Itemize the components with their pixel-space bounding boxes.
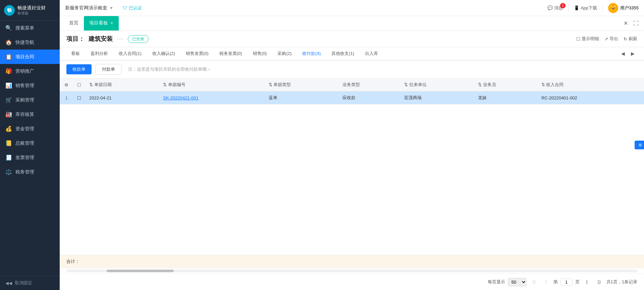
payment-btn[interactable]: 付款单 — [96, 64, 121, 75]
col-partner[interactable]: ⇅ 往来单位 — [400, 78, 474, 91]
sub-tab-inout[interactable]: 出入库 — [360, 47, 383, 61]
cell-date: 2022-04-21 — [85, 91, 159, 104]
sub-tab-profit[interactable]: 盈利分析 — [86, 47, 113, 61]
col-contract[interactable]: ⇅ 收入合同 — [537, 78, 644, 91]
sidebar-item-shortcut[interactable]: 🏠 快捷导航 — [0, 35, 60, 50]
col-date[interactable]: ⇅ 单据日期 — [85, 78, 159, 91]
col-code[interactable]: ⇅ 单据编号 — [159, 78, 265, 91]
tab-home[interactable]: 首页 — [64, 16, 84, 30]
sub-tab-income-contract[interactable]: 收入合同(1) — [114, 47, 146, 61]
app-download-button[interactable]: 📱 App下载 — [574, 5, 597, 11]
sub-tab-purchase[interactable]: 采购(2) — [273, 47, 296, 61]
export-button[interactable]: ↗ 导出 — [604, 36, 618, 42]
sidebar-item-project[interactable]: 📋 项目合同 — [0, 50, 60, 64]
page-prev-button[interactable]: ⟨ — [541, 277, 551, 287]
phone-icon: 📱 — [574, 5, 579, 10]
per-page-label: 每页显示 — [488, 279, 505, 285]
logo-icon: 畅 — [7, 7, 12, 13]
certified-badge: 🛡 已认证 — [123, 5, 142, 11]
messages-button[interactable]: 💬 消息 1 — [547, 5, 563, 11]
doc-link[interactable]: SK-20220421-001 — [163, 95, 199, 100]
cell-contract: RC-20220401-002 — [537, 91, 644, 104]
col-type[interactable]: ⇅ 单据类型 — [265, 78, 338, 91]
col-checkbox[interactable]: ☐ — [73, 78, 85, 91]
marketing-icon: 🎁 — [5, 68, 12, 74]
unpin-label: 取消固定 — [15, 280, 32, 286]
project-label: 项目： — [66, 35, 85, 43]
sidebar-item-sales[interactable]: 📊 销售管理 — [0, 78, 60, 93]
refresh-button[interactable]: ↻ 刷新 — [624, 36, 637, 42]
show-detail-checkbox[interactable]: ☐ 显示明细 — [576, 36, 599, 42]
per-page-select[interactable]: 50 100 200 — [508, 278, 527, 286]
more-options-icon[interactable]: ··· — [117, 35, 124, 43]
export-icon: ↗ — [604, 37, 608, 42]
cell-code[interactable]: SK-20220421-001 — [159, 91, 265, 104]
sidebar-item-marketing[interactable]: 🎁 营销推广 — [0, 64, 60, 78]
sub-tab-payment[interactable]: 收付款(4) — [298, 47, 325, 61]
sidebar-item-label-marketing: 营销推广 — [15, 68, 34, 74]
tab-maximize-button[interactable]: ⛶ — [632, 19, 640, 28]
sidebar-header: 畅 畅捷通好业财 标准版 — [0, 0, 60, 21]
sidebar-item-label-purchase: 采购管理 — [15, 97, 34, 103]
sub-tab-prev-icon[interactable]: ◀ — [619, 49, 628, 58]
page-next-button[interactable]: ⟩ — [582, 277, 592, 287]
sidebar-footer[interactable]: ◀◀ 取消固定 — [0, 276, 60, 290]
sidebar-item-search[interactable]: 🔍 搜索菜单 — [0, 21, 60, 35]
sub-tab-kanban[interactable]: 看板 — [66, 47, 85, 61]
scrollbar-thumb[interactable] — [107, 270, 174, 272]
table-row[interactable]: 1 ☐ 2022-04-21 SK-20220421-001 蓝单 应收款 宏茂… — [60, 91, 644, 104]
row-checkbox[interactable]: ☐ — [73, 91, 85, 104]
account-selector[interactable]: 新服务官网演示账套 ▼ — [65, 5, 113, 11]
sub-tab-next-icon[interactable]: ▶ — [628, 49, 637, 58]
tab-project-board-label: 项目看板 — [89, 20, 108, 26]
col-salesman[interactable]: ⇅ 业务员 — [474, 78, 537, 91]
sidebar-item-ledger[interactable]: 📒 总账管理 — [0, 136, 60, 150]
user-menu[interactable]: 🐱 用户3355 — [608, 3, 639, 13]
sidebar-item-tax[interactable]: ⚖️ 税务管理 — [0, 165, 60, 179]
topbar: 新服务官网演示账套 ▼ 🛡 已认证 💬 消息 1 📱 App下载 🐱 用户335… — [60, 0, 644, 16]
page-last-button[interactable]: ⟩⟩ — [594, 277, 604, 287]
sub-tab-tax-invoice[interactable]: 税务发票(0) — [215, 47, 247, 61]
sidebar-item-finance[interactable]: 💰 资金管理 — [0, 122, 60, 136]
sales-icon: 📊 — [5, 82, 12, 89]
col-settings[interactable]: ⚙ — [60, 78, 73, 91]
contract-sort-icon: ⇅ — [541, 82, 545, 87]
tax-icon: ⚖️ — [5, 169, 12, 175]
sidebar-item-invoice[interactable]: 🧾 发票管理 — [0, 150, 60, 165]
tab-close-icon[interactable]: ✕ — [110, 21, 113, 25]
project-name: 建筑安装 — [89, 35, 113, 43]
project-header: 项目： 建筑安装 ··· 已生效 ☐ 显示明细 ↗ 导出 ↻ 刷新 — [60, 31, 644, 47]
export-label: 导出 — [609, 36, 618, 42]
sidebar-item-label-tax: 税务管理 — [15, 169, 34, 175]
avatar: 🐱 — [608, 3, 618, 13]
sidebar-item-label-inventory: 库存核算 — [15, 112, 34, 118]
tab-project-board[interactable]: 项目看板 ✕ — [84, 16, 119, 30]
sidebar-item-inventory[interactable]: 🏭 库存核算 — [0, 107, 60, 122]
sidebar: 畅 畅捷通好业财 标准版 🔍 搜索菜单 🏠 快捷导航 📋 项目合同 🎁 营销推广… — [0, 0, 60, 290]
sub-tab-sales-invoice[interactable]: 销售发票(0) — [181, 47, 213, 61]
topbar-actions: 💬 消息 1 📱 App下载 🐱 用户3355 — [547, 3, 639, 13]
float-right-button[interactable]: ⊞ — [635, 141, 644, 149]
tab-close-window-button[interactable]: ✕ — [622, 19, 629, 28]
panel-note: 注：这里是与项目关联的全部收付款单哦～ — [128, 66, 211, 72]
purchase-icon: 🛒 — [5, 97, 12, 103]
sub-tab-other-expense[interactable]: 其他收支(1) — [327, 47, 359, 61]
sidebar-brand: 畅捷通好业财 标准版 — [17, 5, 46, 16]
salesman-sort-icon: ⇅ — [478, 82, 482, 87]
cell-biz-type: 应收款 — [338, 91, 400, 104]
page-input[interactable] — [560, 279, 573, 286]
row-checkbox-icon: ☐ — [77, 95, 81, 100]
app-download-label: App下载 — [581, 5, 597, 11]
sub-tab-sales[interactable]: 销售(0) — [248, 47, 272, 61]
project-icon: 📋 — [5, 54, 12, 60]
sidebar-item-label-sales: 销售管理 — [15, 83, 34, 89]
page-first-button[interactable]: ⟨⟨ — [529, 277, 539, 287]
scrollbar-track[interactable] — [66, 270, 637, 272]
sidebar-title: 畅捷通好业财 — [17, 5, 46, 11]
sub-tab-income-confirm[interactable]: 收入确认(2) — [148, 47, 180, 61]
receipt-btn[interactable]: 收款单 — [66, 64, 92, 74]
sidebar-item-purchase[interactable]: 🛒 采购管理 — [0, 93, 60, 107]
code-sort-icon: ⇅ — [163, 82, 167, 87]
topbar-divider-2 — [602, 4, 603, 12]
unpin-icon: ◀◀ — [5, 281, 12, 286]
